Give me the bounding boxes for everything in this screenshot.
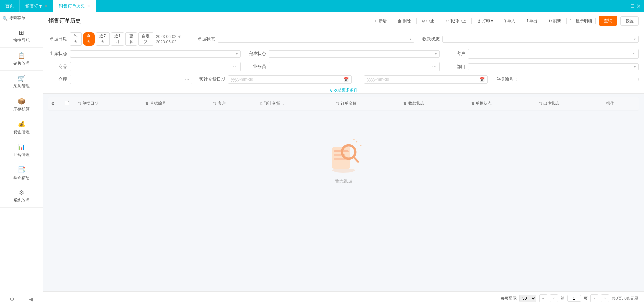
print-icon: 🖨 — [477, 18, 481, 23]
first-page-button[interactable]: « — [539, 294, 547, 302]
sidebar-settings-icon[interactable]: ⚙ — [10, 296, 14, 302]
product-dots-icon[interactable]: ··· — [233, 64, 238, 70]
refresh-button[interactable]: ↻ 刷新 — [547, 17, 563, 25]
sidebar-collapse-icon[interactable]: ◀ — [29, 296, 33, 302]
display-detail-toggle[interactable]: 显示明细 — [570, 18, 592, 24]
filter-payment-status-item: 收款状态 ▾ — [421, 36, 639, 43]
base-info-icon: 📑 — [18, 166, 25, 174]
order-no-input[interactable] — [516, 78, 639, 81]
data-table: ⚙ ⇅ 单据日期 ⇅ 单据编号 ⇅ 客户 ⇅ 预计交货... — [48, 97, 639, 110]
stop-label: 中止 — [426, 18, 434, 24]
query-button[interactable]: 查询 — [599, 16, 617, 26]
th-settings[interactable]: ⚙ — [48, 97, 62, 110]
date-btn-7days[interactable]: 近7天 — [96, 32, 110, 46]
svg-text:✦: ✦ — [353, 138, 355, 141]
expected-date-end[interactable]: yyyy-mm-dd 📅 — [364, 75, 488, 84]
window-maximize[interactable]: □ — [631, 3, 634, 9]
toolbar-divider-2 — [416, 18, 417, 24]
date-btn-custom[interactable]: 自定义 — [138, 32, 153, 46]
tab-sales-order[interactable]: 销售订单 ✕ — [20, 0, 53, 12]
new-label: 新增 — [379, 18, 387, 24]
product-label: 商品 — [48, 64, 67, 70]
stop-button[interactable]: ⊘ 中止 — [420, 17, 436, 25]
query-label: 查询 — [604, 18, 612, 24]
sidebar-item-operations[interactable]: 📊 经营管理 — [0, 139, 43, 162]
import-label: 导入 — [507, 18, 515, 24]
department-label: 部门 — [446, 64, 465, 70]
empty-illustration: ✦ ✦ ✦ — [324, 137, 364, 174]
top-bar: 首页 销售订单 ✕ 销售订单历史 ✕ ─ □ ✕ — [0, 0, 644, 12]
import-button[interactable]: ⤵ 导入 — [502, 17, 517, 25]
sidebar-item-base-info[interactable]: 📑 基础信息 — [0, 162, 43, 185]
th-customer: ⇅ 客户 — [210, 97, 257, 110]
th-payment-status-label: ⇅ 收款状态 — [403, 101, 424, 106]
th-order-status: ⇅ 单据状态 — [469, 97, 536, 110]
sidebar-item-inventory[interactable]: 📦 库存核算 — [0, 93, 43, 116]
tab-sales-order-history[interactable]: 销售订单历史 ✕ — [53, 0, 96, 12]
settings-button[interactable]: 设置 — [620, 16, 639, 26]
last-page-button[interactable]: » — [601, 294, 609, 302]
payment-status-label: 收款状态 — [421, 36, 440, 42]
sidebar-item-finance[interactable]: 💰 资金管理 — [0, 116, 43, 139]
sidebar-item-system[interactable]: ⚙ 系统管理 — [0, 185, 43, 208]
delivery-status-select[interactable]: ▾ — [70, 50, 241, 58]
date-btn-more[interactable]: 更多 — [125, 32, 137, 46]
print-label: 打印 — [482, 18, 490, 24]
sidebar-item-purchase-mgmt[interactable]: 🛒 采购管理 — [0, 71, 43, 93]
customer-dots-icon[interactable]: ··· — [631, 51, 636, 57]
salesperson-select[interactable]: ··· — [269, 62, 439, 71]
window-minimize[interactable]: ─ — [625, 3, 629, 9]
th-checkbox[interactable] — [62, 97, 75, 110]
tab-sales-order-close[interactable]: ✕ — [45, 4, 48, 8]
department-select[interactable]: ▾ — [468, 63, 639, 70]
date-btn-today[interactable]: 今天 — [83, 32, 95, 46]
warehouse-select[interactable]: ··· — [70, 75, 192, 84]
sidebar-search[interactable]: 🔍 搜索菜单 — [0, 12, 43, 25]
product-select[interactable]: ··· — [70, 62, 241, 71]
tab-home[interactable]: 首页 — [0, 0, 20, 12]
delete-label: 删除 — [403, 18, 411, 24]
toolbar-divider-9 — [595, 18, 596, 24]
collapse-bar[interactable]: ∧ 收起更多条件 — [48, 86, 639, 93]
warehouse-dots-icon[interactable]: ··· — [185, 76, 189, 82]
page-size-select[interactable]: 10 20 50 100 — [519, 295, 536, 302]
finance-icon: 💰 — [18, 120, 25, 128]
window-close[interactable]: ✕ — [636, 3, 641, 9]
th-order-no-label: ⇅ 单据编号 — [145, 101, 166, 106]
expected-date-end-placeholder: yyyy-mm-dd — [367, 77, 478, 82]
sidebar-footer: ⚙ ◀ — [0, 293, 43, 305]
select-all-checkbox[interactable] — [65, 101, 69, 105]
tab-sales-order-history-close[interactable]: ✕ — [87, 4, 90, 8]
export-button[interactable]: ⤴ 导出 — [524, 17, 540, 25]
delete-button[interactable]: 🗑 删除 — [396, 17, 413, 25]
display-detail-checkbox[interactable] — [570, 19, 574, 23]
customer-select[interactable]: ··· — [468, 49, 639, 59]
date-btn-1month[interactable]: 近1月 — [111, 32, 124, 46]
sidebar-item-quick-nav[interactable]: ⊞ 快捷导航 — [0, 25, 43, 48]
current-page-input[interactable] — [567, 295, 581, 302]
th-action-label: 操作 — [606, 101, 614, 106]
complete-status-select[interactable]: ▾ — [269, 50, 439, 58]
toolbar-divider-5 — [499, 18, 499, 24]
sidebar-item-sales-mgmt[interactable]: 📋 销售管理 — [0, 48, 43, 71]
sidebar-item-base-info-label: 基础信息 — [13, 175, 30, 181]
th-payment-status: ⇅ 收款状态 — [401, 97, 468, 110]
system-icon: ⚙ — [19, 189, 24, 196]
print-button[interactable]: 🖨 打印 ▾ — [475, 17, 495, 25]
total-text: 共0页, 0条记录 — [612, 296, 639, 301]
salesperson-dots-icon[interactable]: ··· — [432, 64, 436, 70]
payment-status-select[interactable]: ▾ — [442, 36, 639, 43]
quick-nav-icon: ⊞ — [19, 29, 24, 36]
cancel-stop-button[interactable]: ↩ 取消中止 — [443, 17, 468, 25]
filter-order-status-item: 单据状态 ▾ — [196, 36, 414, 43]
new-button[interactable]: ＋ 新增 — [372, 17, 389, 25]
sidebar-item-purchase-mgmt-label: 采购管理 — [13, 83, 30, 89]
th-order-no: ⇅ 单据编号 — [143, 97, 210, 110]
expected-date-start[interactable]: yyyy-mm-dd 📅 — [228, 75, 352, 84]
date-btn-yesterday[interactable]: 昨天 — [70, 32, 82, 46]
next-page-button[interactable]: › — [590, 294, 598, 302]
th-delivery-status-label: ⇅ 出库状态 — [539, 101, 559, 106]
prev-page-button[interactable]: ‹ — [550, 294, 558, 302]
collapse-label: 收起更多条件 — [334, 87, 358, 93]
order-status-select[interactable]: ▾ — [218, 36, 414, 43]
